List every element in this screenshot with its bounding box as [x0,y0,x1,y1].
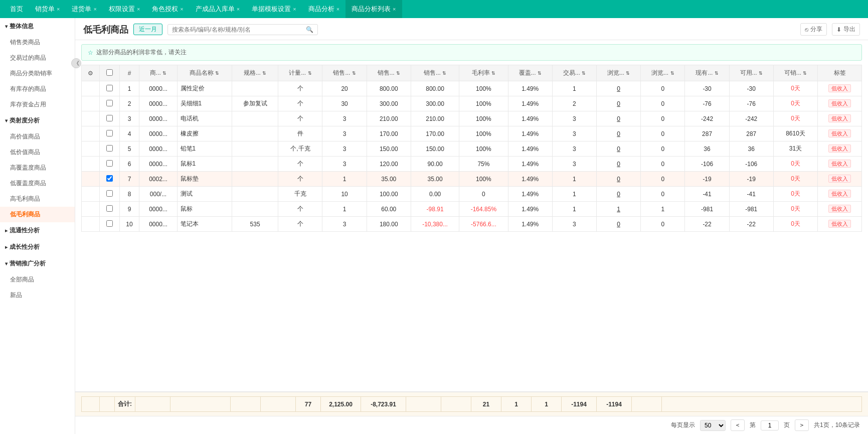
cell-browse1[interactable]: 0 [597,141,641,157]
sidebar-item-low-value[interactable]: 低价值商品 [0,144,75,160]
nav-close-template[interactable]: × [293,6,296,12]
nav-close-permission[interactable]: × [137,6,140,12]
nav-purchase-order[interactable]: 进货单 × [66,0,102,18]
col-header-check[interactable] [100,65,119,81]
col-header-unit[interactable]: 计量... ⇅ [278,65,322,81]
nav-sales-order[interactable]: 销货单 × [29,0,66,18]
sidebar-group-growth[interactable]: ▸ 成长性分析 [0,239,75,255]
collapse-sidebar-button[interactable]: 《 [71,58,81,68]
cell-browse1[interactable]: 0 [597,157,641,172]
col-header-coverage[interactable]: 覆盖... ⇅ [508,65,552,81]
cell-check[interactable] [100,172,119,187]
col-header-setting[interactable]: ⚙ [82,65,100,81]
row-checkbox[interactable] [106,130,113,136]
cell-browse1[interactable]: 0 [597,96,641,111]
nav-product-analysis-list[interactable]: 商品分析列表 × [345,0,402,18]
cell-check[interactable] [100,81,119,96]
col-header-trade[interactable]: 交易... ⇅ [552,65,596,81]
cell-setting [82,172,100,187]
col-header-browse1[interactable]: 浏览... ⇅ [597,65,641,81]
col-header-current-stock[interactable]: 现有... ⇅ [685,65,729,81]
nav-close-role[interactable]: × [180,6,183,12]
row-checkbox[interactable] [106,85,113,91]
cell-sales-profit: 90.00 [411,157,459,172]
row-checkbox[interactable] [106,175,113,182]
cell-browse1[interactable]: 0 [597,126,641,141]
nav-close-inbound[interactable]: × [237,6,240,12]
per-page-select[interactable]: 50 20 100 [700,420,726,431]
sidebar-group-circulation[interactable]: ▸ 流通性分析 [0,222,75,239]
cell-unit: 个 [278,202,322,217]
col-header-saleable[interactable]: 可销... ⇅ [773,65,817,81]
nav-product-analysis[interactable]: 商品分析 × [302,0,345,18]
cell-check[interactable] [100,111,119,126]
col-header-available[interactable]: 可用... ⇅ [729,65,773,81]
cell-num: 8 [119,187,139,202]
cell-browse1[interactable]: 0 [597,187,641,202]
prev-page-button[interactable]: ＜ [731,419,745,431]
filter-button[interactable]: 近一月 [133,24,162,35]
sidebar-item-high-margin[interactable]: 高毛利商品 [0,191,75,207]
cell-browse1[interactable]: 0 [597,217,641,232]
col-header-spec[interactable]: 规格... ⇅ [232,65,278,81]
sidebar-item-new-products[interactable]: 新品 [0,287,75,303]
sidebar-item-low-margin[interactable]: 低毛利商品 [0,207,75,222]
page-number-input[interactable] [761,420,779,430]
nav-role-auth[interactable]: 角色授权 × [146,0,189,18]
row-checkbox[interactable] [106,145,113,152]
col-header-sales-profit[interactable]: 销售... ⇅ [411,65,459,81]
col-header-name[interactable]: 商品名称 ⇅ [177,65,232,81]
nav-product-inbound[interactable]: 产成品入库单 × [190,0,246,18]
sidebar-item-traded-products[interactable]: 交易过的商品 [0,50,75,66]
row-checkbox[interactable] [106,160,113,167]
row-checkbox[interactable] [106,205,113,212]
cell-browse1[interactable]: 1 [597,202,641,217]
row-checkbox[interactable] [106,220,113,227]
nav-close-purchase[interactable]: × [93,6,96,12]
sidebar-item-low-coverage[interactable]: 低覆盖度商品 [0,176,75,191]
sidebar-item-high-value[interactable]: 高价值商品 [0,129,75,144]
row-checkbox[interactable] [106,100,113,106]
cell-check[interactable] [100,217,119,232]
sidebar-group-classification[interactable]: ▾ 类射度分析 [0,112,75,129]
sidebar-group-overall[interactable]: ▾ 整体信息 [0,18,75,35]
sidebar-item-category-sales-rate[interactable]: 商品分类助销率 [0,66,75,81]
sidebar-item-sales-products[interactable]: 销售类商品 [0,35,75,50]
nav-home[interactable]: 首页 [4,0,29,18]
sidebar: ▾ 整体信息 销售类商品 交易过的商品 商品分类助销率 有库存的商品 库存资金占… [0,18,75,434]
cell-check[interactable] [100,202,119,217]
sidebar-item-high-coverage[interactable]: 高覆盖度商品 [0,160,75,176]
cell-check[interactable] [100,187,119,202]
cell-browse1[interactable]: 0 [597,172,641,187]
cell-check[interactable] [100,157,119,172]
cell-sales-count: 3 [322,111,367,126]
col-header-code[interactable]: 商... ⇅ [139,65,177,81]
sidebar-item-all-products[interactable]: 全部商品 [0,272,75,287]
cell-check[interactable] [100,126,119,141]
nav-close-analysis[interactable]: × [336,6,339,12]
nav-close-sales[interactable]: × [57,6,60,12]
check-all[interactable] [106,69,113,76]
nav-permission[interactable]: 权限设置 × [103,0,146,18]
next-page-button[interactable]: ＞ [795,419,809,431]
row-checkbox[interactable] [106,115,113,121]
col-header-gross-margin[interactable]: 毛利率 ⇅ [459,65,508,81]
sidebar-group-marketing[interactable]: ▾ 营销推广分析 [0,255,75,272]
cell-sales-count: 20 [322,81,367,96]
search-icon[interactable]: 🔍 [306,26,313,33]
share-button[interactable]: ⎋ 分享 [800,23,827,36]
cell-check[interactable] [100,141,119,157]
search-input[interactable] [172,26,306,33]
cell-browse1[interactable]: 0 [597,111,641,126]
sidebar-item-in-stock[interactable]: 有库存的商品 [0,81,75,97]
col-header-sales-count[interactable]: 销售... ⇅ [322,65,367,81]
nav-template[interactable]: 单据模板设置 × [246,0,302,18]
cell-browse1[interactable]: 0 [597,81,641,96]
sidebar-item-stock-capital[interactable]: 库存资金占用 [0,97,75,112]
row-checkbox[interactable] [106,190,113,197]
col-header-browse2[interactable]: 浏览... ⇅ [641,65,685,81]
nav-close-analysis-list[interactable]: × [393,6,396,12]
col-header-sales-price[interactable]: 销售... ⇅ [367,65,411,81]
cell-check[interactable] [100,96,119,111]
export-button[interactable]: ⬇ 导出 [832,23,860,36]
